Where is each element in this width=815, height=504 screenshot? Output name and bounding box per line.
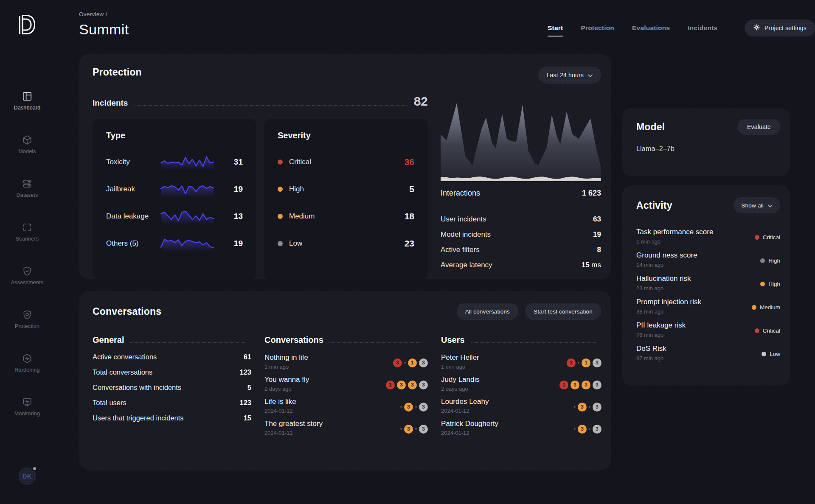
tab-evaluations[interactable]: Evaluations [632,20,670,36]
activity-item[interactable]: Ground ness score 14 min ago High [636,251,780,268]
general-stat-value: 5 [247,384,251,392]
brand-logo[interactable] [17,13,37,39]
database-icon [22,178,33,189]
incident-badges: 1333 [559,375,601,392]
incident-badge: 3 [582,381,590,389]
list-item-name: Judy Landis [441,375,480,384]
conversations-card: Conversations All conversations Start te… [79,291,611,470]
activity-item[interactable]: Hallucination risk 23 min ago High [636,274,780,291]
badge-count: 3 [585,382,587,388]
activity-item[interactable]: Task performance score 1 min ago Critica… [636,228,780,245]
list-item[interactable]: Nothing in life 1 min ago 313 [264,353,428,370]
avatar[interactable]: DK [18,467,36,485]
incident-badge [574,428,576,430]
activity-severity-label: Critical [763,234,780,241]
conversation-items: Nothing in life 1 min ago 313 You wanna … [264,353,428,436]
incident-badge: 3 [419,358,428,367]
badge-count: 3 [407,426,410,432]
show-all-dropdown[interactable]: Show all [734,197,780,213]
users-heading: Users [441,335,601,345]
list-item[interactable]: Lourdes Leahy 2024-01-12 33 [441,398,601,414]
evaluate-button[interactable]: Evaluate [738,119,780,135]
badge-count: 1 [411,360,414,366]
dotted-leader [134,105,408,106]
incident-badge: 3 [408,381,417,389]
sparkline-chart [160,235,222,252]
scan-frame-icon [22,222,33,233]
activity-severity-label: High [768,258,780,264]
stat-row: User incidents 63 [441,215,601,224]
activity-severity-label: High [768,281,780,287]
all-conversations-button[interactable]: All conversations [457,303,518,320]
severity-dot [278,160,283,165]
sidebar-item-hardening[interactable]: Hardening [11,353,44,373]
general-stat-label: Total conversations [93,368,152,376]
gear-icon [753,24,760,32]
badge-count: 3 [596,426,599,432]
tab-label: Start [548,24,563,32]
list-item-text: Nothing in life 1 min ago [264,353,308,370]
incident-type-value: 13 [222,212,243,221]
dashboard-icon [22,91,33,102]
incident-badge: 3 [567,358,576,367]
sidebar-item-label: Dashboard [14,105,41,111]
incident-type-label: Jailbreak [106,185,160,193]
stat-label: User incidents [441,215,486,224]
dotted-leader [329,342,422,343]
list-item[interactable]: You wanna fly 2 days ago 1333 [264,375,428,392]
tab-incidents[interactable]: Incidents [688,20,717,36]
sidebar-item-assessments[interactable]: Assessments [11,266,44,286]
dotted-leader [130,342,245,343]
users-column: Users Peter Heller 1 min ago 313 Judy La… [441,335,601,442]
activity-item-time: 1 min ago [636,238,713,245]
incident-badges: 313 [393,353,428,370]
list-item[interactable]: Peter Heller 1 min ago 313 [441,353,601,370]
tab-protection[interactable]: Protection [581,20,614,36]
interactions-row: Interactions 1 623 [441,189,601,198]
protection-card: Protection Incidents 82 Type Toxicity 31… [79,54,611,279]
activity-item-text: Prompt injection risk 36 min ago [636,298,701,315]
activity-item-name: Prompt injection risk [636,298,701,306]
sidebar-item-models[interactable]: Models [11,134,44,154]
incident-badges: 33 [574,420,601,436]
general-stat-value: 123 [239,368,251,376]
incident-badge [404,362,406,364]
activity-item-text: Hallucination risk 23 min ago [636,274,691,291]
activity-item[interactable]: DoS Risk 87 min ago Low [636,344,780,361]
list-item-name: You wanna fly [264,375,309,384]
list-item[interactable]: Patrick Dougherty 2024-01-12 33 [441,420,601,436]
incident-badge [415,428,417,430]
project-settings-label: Project settings [764,25,807,31]
incident-badge: 3 [570,381,579,389]
project-settings-button[interactable]: Project settings [745,20,815,36]
sidebar-item-label: Monitoring [14,411,40,417]
conversations-columns: General Active conversations 61 Total co… [93,335,601,442]
severity-card: Severity Critical 36 High 5 Medium 18 Lo… [264,119,428,280]
activity-severity-label: Low [770,351,780,357]
activity-item[interactable]: PII leakage risk 78 min ago Critical [636,321,780,338]
sidebar-item-scanners[interactable]: Scanners [11,222,44,242]
time-filter-dropdown[interactable]: Last 24 hours [538,67,601,84]
list-item[interactable]: The greatest story 2024-01-12 33 [264,420,428,436]
sidebar-item-label: Hardening [14,367,39,373]
sidebar-item-datasets[interactable]: Datasets [11,178,44,198]
incident-type-row: Data leakage 13 [106,207,243,225]
incident-badge: 3 [404,425,413,434]
sidebar-item-protection[interactable]: Protection [11,309,44,329]
list-item-text: Patrick Dougherty 2024-01-12 [441,420,498,436]
list-item-text: Lourdes Leahy 2024-01-12 [441,398,489,414]
general-column: General Active conversations 61 Total co… [93,335,251,442]
list-item[interactable]: Judy Landis 2 days ago 1333 [441,375,601,392]
activity-item-time: 36 min ago [636,308,701,315]
tab-start[interactable]: Start [548,20,563,36]
severity-dot [278,187,283,192]
activity-item[interactable]: Prompt injection risk 36 min ago Medium [636,298,780,315]
list-item[interactable]: Life is like 2024-01-12 33 [264,398,428,414]
start-test-conversation-button[interactable]: Start test conversation [525,303,601,320]
sidebar-item-dashboard[interactable]: Dashboard [11,91,44,111]
activity-item-name: DoS Risk [636,344,666,353]
sidebar-item-monitoring[interactable]: Monitoring [11,397,44,417]
incident-type-label: Others (5) [106,239,160,248]
type-card: Type Toxicity 31 Jailbreak 19 Data leaka… [93,119,256,280]
severity-label: High [289,185,409,193]
